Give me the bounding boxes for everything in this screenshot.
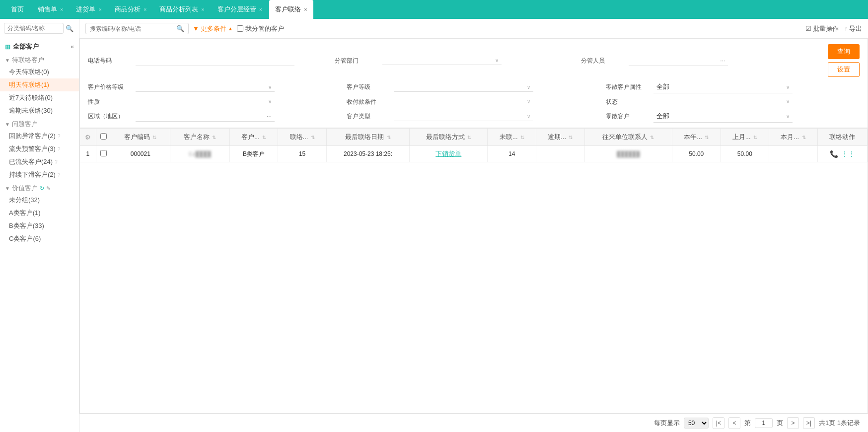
sort-icon[interactable]: ⇅ (152, 135, 156, 140)
arrow-icon3: ▼ (5, 186, 10, 191)
group-problem-customers[interactable]: ▼ 问题客户 (0, 117, 79, 130)
sort-icon8[interactable]: ⇅ (569, 135, 573, 140)
th-last-contact-date: 最后联络日期 ⇅ (326, 129, 409, 146)
customer-type-select[interactable]: ∨ (394, 112, 533, 121)
filter-icon: ▼ (193, 25, 199, 32)
close-customer-contact-icon[interactable]: × (304, 6, 307, 12)
sort-icon10[interactable]: ⇅ (705, 135, 709, 140)
sidebar-item-class-c[interactable]: C类客户(6) (0, 232, 79, 245)
edit-icon[interactable]: ✎ (46, 185, 51, 192)
nav-purchase-order[interactable]: 进货单 × (70, 0, 107, 19)
scatter-customer-select[interactable]: 全部 ∨ (653, 110, 793, 123)
sidebar-item-churned[interactable]: 已流失客户(24) ? (0, 155, 79, 168)
nav-sales-order[interactable]: 销售单 × (32, 0, 69, 19)
nav-customer-contact[interactable]: 客户联络 × (269, 0, 313, 19)
sidebar-item-7day-contact[interactable]: 近7天待联络(0) (0, 91, 79, 104)
dept-select[interactable]: ∨ (382, 56, 502, 65)
search-icon[interactable]: 🔍 (176, 25, 184, 32)
per-page-select[interactable]: 50 100 200 (684, 418, 709, 429)
row-partner-contact-cell: ██████ (584, 146, 672, 162)
setting-button[interactable]: 设置 (828, 62, 860, 77)
sidebar-item-ungrouped[interactable]: 未分组(32) (0, 194, 79, 207)
customer-level-select[interactable]: ∨ (394, 83, 533, 92)
row-this-month-cell (769, 146, 818, 162)
customer-type-label: 客户类型 (347, 112, 391, 121)
gear-icon[interactable]: ⚙ (85, 134, 91, 141)
collapse-icon[interactable]: « (71, 43, 74, 50)
batch-operation-button[interactable]: ☑ 批量操作 (805, 24, 839, 33)
sidebar-item-churn-warning[interactable]: 流失预警客户(3) ? (0, 143, 79, 155)
sidebar-search-icon[interactable]: 🔍 (66, 25, 73, 32)
th-gear[interactable]: ⚙ (80, 129, 96, 146)
region-select[interactable]: ··· (136, 111, 275, 122)
search-input[interactable] (90, 25, 174, 32)
group-value-customers[interactable]: ▼ 价值客户 ↻ ✎ (0, 181, 79, 194)
row-code-cell: 000021 (111, 146, 170, 162)
row-checkbox-cell[interactable] (96, 146, 111, 162)
nav-product-analysis[interactable]: 商品分析 × (109, 0, 152, 19)
sort-icon12[interactable]: ⇅ (802, 135, 806, 140)
refresh-icon[interactable]: ↻ (40, 185, 44, 192)
th-this-month: 本月... ⇅ (769, 129, 818, 146)
nature-select[interactable]: ∨ (136, 97, 275, 106)
checkbox-icon: ☑ (805, 25, 811, 32)
close-product-analysis-list-icon[interactable]: × (201, 6, 204, 12)
sidebar-search-input[interactable] (4, 23, 64, 34)
row-checkbox[interactable] (100, 150, 107, 156)
contact-action-icon[interactable]: 📞 (830, 150, 838, 158)
my-customers-checkbox[interactable] (237, 25, 243, 32)
more-action-icon[interactable]: ⋮⋮ (841, 150, 855, 158)
first-page-button[interactable]: |< (713, 417, 724, 429)
close-product-analysis-icon[interactable]: × (144, 6, 146, 12)
sidebar-item-repurchase-anomaly[interactable]: 回购异常客户(2) ? (0, 130, 79, 143)
payment-select[interactable]: ∨ (394, 97, 533, 106)
sidebar-item-today-contact[interactable]: 今天待联络(0) (0, 66, 79, 78)
sidebar-item-overdue-contact[interactable]: 逾期未联络(30) (0, 104, 79, 117)
select-all-checkbox[interactable] (100, 133, 107, 140)
next-page-button[interactable]: > (787, 417, 799, 429)
sort-icon2[interactable]: ⇅ (212, 135, 216, 140)
sort-icon6[interactable]: ⇅ (467, 135, 471, 140)
question-icon4: ? (58, 172, 61, 178)
person-select[interactable]: ··· (629, 56, 728, 66)
group-pending-contact[interactable]: ▼ 待联络客户 (0, 53, 79, 66)
sidebar-item-tomorrow-contact[interactable]: 明天待联络(1) (0, 78, 79, 91)
prev-page-button[interactable]: < (728, 417, 740, 429)
row-last-contact-method-cell[interactable]: 下销货单 (410, 146, 488, 162)
sort-icon4[interactable]: ⇅ (311, 135, 315, 140)
price-level-select[interactable]: ∨ (136, 83, 275, 92)
region-label: 区域（地区） (88, 112, 133, 121)
customer-level-caret-icon: ∨ (527, 84, 530, 90)
last-page-button[interactable]: >| (803, 417, 815, 429)
payment-label: 收付款条件 (347, 98, 391, 106)
all-customers-title[interactable]: ⊞ 全部客户 « (0, 38, 79, 53)
arrow-icon: ▼ (5, 58, 10, 63)
nav-customer-tier[interactable]: 客户分层经营 × (212, 0, 268, 19)
sort-icon5[interactable]: ⇅ (387, 135, 391, 140)
sidebar-item-class-b[interactable]: B类客户(33) (0, 219, 79, 232)
query-button[interactable]: 查询 (828, 44, 860, 59)
filter-row-3: 性质 ∨ 收付款条件 ∨ 状态 (88, 97, 860, 106)
th-checkbox[interactable] (96, 129, 111, 146)
close-purchase-order-icon[interactable]: × (98, 6, 101, 12)
question-icon: ? (58, 134, 61, 139)
close-sales-order-icon[interactable]: × (60, 6, 63, 12)
sort-icon9[interactable]: ⇅ (650, 135, 654, 140)
close-customer-tier-icon[interactable]: × (259, 6, 262, 12)
nav-product-analysis-list[interactable]: 商品分析列表 × (153, 0, 210, 19)
sort-icon3[interactable]: ⇅ (262, 135, 266, 140)
nav-home[interactable]: 首页 (4, 0, 31, 19)
phone-input[interactable] (136, 56, 294, 66)
scatter-attr-select[interactable]: 全部 ∨ (653, 81, 793, 93)
sort-icon7[interactable]: ⇅ (520, 135, 524, 140)
page-number-input[interactable] (755, 418, 773, 428)
action-icons: 📞 ⋮⋮ (822, 150, 863, 158)
export-button[interactable]: ↑ 导出 (845, 24, 863, 33)
price-level-caret-icon: ∨ (268, 84, 272, 90)
status-select[interactable]: ∨ (653, 97, 793, 106)
sort-icon11[interactable]: ⇅ (753, 135, 757, 140)
more-filter-button[interactable]: ▼ 更多条件 ▲ (193, 24, 233, 33)
my-customers-checkbox-label[interactable]: 我分管的客户 (237, 24, 284, 33)
sidebar-item-class-a[interactable]: A类客户(1) (0, 207, 79, 219)
sidebar-item-declining[interactable]: 持续下滑客户(2) ? (0, 168, 79, 181)
